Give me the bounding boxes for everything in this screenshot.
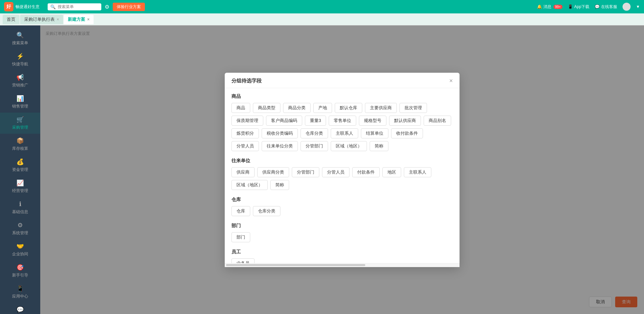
- tab-home[interactable]: 首页: [3, 15, 19, 24]
- field-tag-salesperson[interactable]: 业务员: [231, 258, 255, 263]
- field-tag-default-supplier[interactable]: 默认供应商: [389, 116, 421, 126]
- trial-button[interactable]: 体验行业方案: [113, 3, 145, 11]
- field-tag-cp-region[interactable]: 区域（地区）: [231, 180, 268, 190]
- tab-purchase-order-label: 采购订单执行表: [24, 16, 55, 22]
- field-tag-main-supplier[interactable]: 主要供应商: [365, 103, 397, 113]
- field-tag-region[interactable]: 区域（地区）: [331, 141, 367, 151]
- modal-horizontal-scrollbar[interactable]: [225, 263, 460, 267]
- field-tag-default-warehouse[interactable]: 默认仓库: [335, 103, 362, 113]
- field-tags-counterparty: 供应商 供应商分类 分管部门 分管人员 付款条件 地区 主联系人 区域（地区） …: [231, 167, 453, 190]
- field-tag-goods-type[interactable]: 商品类型: [253, 103, 280, 113]
- content-area: 采购订单执行表方案设置 分组待选字段 × 商品 商品 商品类型 商品分类: [40, 25, 644, 314]
- field-tag-goods[interactable]: 商品: [231, 103, 250, 113]
- field-group-department-title: 部门: [231, 223, 453, 229]
- tab-bar: 首页 采购订单执行表 × 新建方案 ×: [0, 13, 644, 25]
- logo-icon: 好: [4, 2, 13, 11]
- sidebar-item-appcenter-label: 应用中心: [12, 294, 28, 299]
- field-tag-tax-code[interactable]: 税收分类编码: [262, 128, 298, 138]
- field-tag-points[interactable]: 炼货积分: [231, 128, 259, 138]
- field-tag-supplier[interactable]: 供应商: [231, 167, 255, 177]
- sidebar-item-finance-label: 资金管理: [12, 167, 28, 173]
- search-icon: 🔍: [50, 4, 56, 9]
- newguide-icon: 🎯: [16, 264, 24, 271]
- notice-button[interactable]: 🔔 消息 99+: [537, 4, 562, 10]
- sales-icon: 📊: [16, 95, 24, 102]
- tab-new-plan-label: 新建方案: [68, 16, 85, 22]
- field-tag-supplier-category[interactable]: 供应商分类: [257, 167, 289, 177]
- gear-button[interactable]: ⚙: [105, 4, 109, 10]
- field-tag-origin[interactable]: 产地: [313, 103, 332, 113]
- main-layout: 🔍 搜索菜单 ⚡ 快捷导航 📢 营销推广 📊 销售管理 🛒 采购管理 📦 库存核…: [0, 25, 644, 314]
- field-tags-employee: 业务员: [231, 258, 453, 263]
- field-tag-payment-terms[interactable]: 收付款条件: [391, 128, 423, 138]
- sidebar-item-operations[interactable]: 📈 经营管理: [0, 176, 40, 197]
- field-tag-supervisor[interactable]: 分管人员: [231, 141, 259, 151]
- sidebar-item-quicknav-label: 快捷导航: [12, 61, 28, 67]
- modal-close-button[interactable]: ×: [449, 77, 453, 84]
- top-header: 好 畅捷通好生意 🔍 ⚙ 体验行业方案 🔔 消息 99+ 📱 App下载 💬 在…: [0, 0, 644, 13]
- field-group-warehouse-title: 仓库: [231, 197, 453, 203]
- field-tag-goods-category[interactable]: 商品分类: [283, 103, 311, 113]
- avatar[interactable]: [623, 3, 631, 11]
- field-tag-main-contact[interactable]: 主联系人: [331, 128, 358, 138]
- app-download-button[interactable]: 📱 App下载: [568, 4, 589, 10]
- collab-icon: 🤝: [16, 243, 24, 250]
- sidebar-item-appcenter[interactable]: 📱 应用中心: [0, 281, 40, 303]
- search-icon: 🔍: [16, 32, 24, 39]
- field-tag-payment-condition[interactable]: 付款条件: [352, 167, 380, 177]
- field-tag-spec-model[interactable]: 规格型号: [359, 116, 386, 126]
- field-tag-department[interactable]: 部门: [231, 232, 250, 242]
- sidebar-item-operations-label: 经营管理: [12, 188, 28, 194]
- sidebar-item-finance[interactable]: 💰 资金管理: [0, 155, 40, 176]
- dropdown-icon[interactable]: ▼: [636, 4, 640, 9]
- field-group-counterparty-title: 往来单位: [231, 158, 453, 164]
- field-tag-batch-mgmt[interactable]: 批次管理: [399, 103, 427, 113]
- sidebar-item-basicinfo[interactable]: ℹ 基础信息: [0, 197, 40, 218]
- field-tag-cp-dept[interactable]: 分管部门: [292, 167, 319, 177]
- notice-badge: 99+: [553, 5, 562, 9]
- sidebar-item-sales[interactable]: 📊 销售管理: [0, 91, 40, 113]
- field-tag-settlement-unit[interactable]: 结算单位: [361, 128, 388, 138]
- modal-header: 分组待选字段 ×: [225, 73, 460, 88]
- sidebar-item-marketing[interactable]: 📢 营销推广: [0, 70, 40, 91]
- search-input[interactable]: [58, 4, 99, 9]
- sidebar-item-marketing-label: 营销推广: [12, 82, 28, 88]
- search-bar[interactable]: 🔍: [48, 3, 101, 10]
- field-tag-weight3[interactable]: 重量3: [305, 116, 326, 126]
- field-tag-customer-code[interactable]: 客户商品编码: [266, 116, 302, 126]
- purchase-icon: 🛒: [16, 116, 24, 123]
- sidebar-item-newguide[interactable]: 🎯 新手引导: [0, 260, 40, 281]
- field-tag-goods-alias[interactable]: 商品别名: [424, 116, 451, 126]
- sidebar-item-collab[interactable]: 🤝 企业协同: [0, 239, 40, 260]
- tab-purchase-order-close[interactable]: ×: [57, 17, 59, 22]
- sidebar-item-quicknav[interactable]: ⚡ 快捷导航: [0, 49, 40, 70]
- sidebar-item-purchase[interactable]: 🛒 采购管理: [0, 113, 40, 134]
- field-tag-cp-supervisor[interactable]: 分管人员: [322, 167, 350, 177]
- field-tag-warehouse[interactable]: 仓库: [231, 206, 250, 216]
- tab-purchase-order[interactable]: 采购订单执行表 ×: [20, 15, 63, 24]
- field-tag-wh-category[interactable]: 仓库分类: [253, 206, 280, 216]
- field-tag-district[interactable]: 地区: [382, 167, 401, 177]
- field-tag-dept[interactable]: 分管部门: [301, 141, 328, 151]
- field-tag-cp-main-contact[interactable]: 主联系人: [404, 167, 431, 177]
- field-tag-expiry-mgmt[interactable]: 保质期管理: [231, 116, 263, 126]
- tab-new-plan-close[interactable]: ×: [87, 17, 90, 22]
- sidebar-item-system[interactable]: ⚙ 系统管理: [0, 218, 40, 239]
- marketing-icon: 📢: [16, 74, 24, 81]
- basicinfo-icon: ℹ: [19, 200, 21, 208]
- wechat-icon: 💬: [16, 306, 24, 313]
- field-tag-warehouse-category[interactable]: 仓库分类: [301, 128, 328, 138]
- field-tag-counterparty-category[interactable]: 往来单位分类: [262, 141, 298, 151]
- field-group-counterparty: 往来单位 供应商 供应商分类 分管部门 分管人员 付款条件 地区 主联系人 区域…: [231, 158, 453, 190]
- tab-new-plan[interactable]: 新建方案 ×: [64, 15, 94, 24]
- finance-icon: 💰: [16, 158, 24, 166]
- field-tag-cp-abbr[interactable]: 简称: [270, 180, 289, 190]
- modal-body[interactable]: 商品 商品 商品类型 商品分类 产地 默认仓库 主要供应商 批次管理 保质期管理…: [225, 88, 460, 263]
- sidebar-item-wechat[interactable]: 💬 企业微信: [0, 303, 40, 314]
- online-service-button[interactable]: 💬 在线客服: [595, 4, 617, 10]
- field-tag-abbr[interactable]: 简称: [370, 141, 388, 151]
- field-tag-retail-unit[interactable]: 零售单位: [329, 116, 356, 126]
- sidebar-item-inventory[interactable]: 📦 库存核算: [0, 134, 40, 155]
- field-tags-goods: 商品 商品类型 商品分类 产地 默认仓库 主要供应商 批次管理 保质期管理 客户…: [231, 103, 453, 151]
- sidebar-item-search[interactable]: 🔍 搜索菜单: [0, 28, 40, 49]
